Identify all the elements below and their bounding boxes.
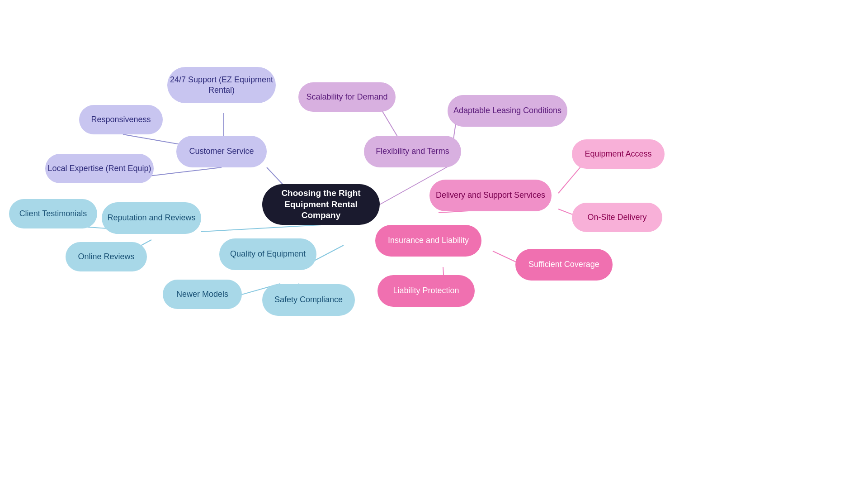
support247-node: 24/7 Support (EZ Equipment Rental) [167,67,276,103]
svg-line-1 [201,225,321,232]
reputation-reviews-node: Reputation and Reviews [102,202,201,234]
client-testimonials-label: Client Testimonials [18,207,89,221]
online-reviews-label: Online Reviews [76,250,136,264]
insurance-liability-node: Insurance and Liability [375,225,481,257]
adaptable-leasing-label: Adaptable Leasing Conditions [452,104,563,118]
responsiveness-label: Responsiveness [89,113,152,127]
local-expertise-node: Local Expertise (Rent Equip) [45,154,154,183]
newer-models-node: Newer Models [163,280,242,309]
sufficient-coverage-node: Sufficient Coverage [515,249,613,281]
center-node: Choosing the Right Equipment Rental Comp… [262,184,380,225]
scalability-demand-node: Scalability for Demand [298,82,396,112]
quality-equipment-label: Quality of Equipment [228,247,307,261]
flexibility-terms-label: Flexibility and Terms [374,144,451,158]
newer-models-label: Newer Models [175,287,230,301]
liability-protection-node: Liability Protection [377,275,475,307]
onsite-delivery-node: On-Site Delivery [572,203,662,232]
quality-equipment-node: Quality of Equipment [219,238,316,270]
sufficient-coverage-label: Sufficient Coverage [527,257,601,271]
equipment-access-label: Equipment Access [583,147,653,161]
equipment-access-node: Equipment Access [572,139,665,169]
center-label: Choosing the Right Equipment Rental Comp… [262,186,380,223]
flexibility-terms-node: Flexibility and Terms [364,136,461,167]
delivery-support-node: Delivery and Support Services [429,180,552,211]
safety-compliance-node: Safety Compliance [262,284,355,316]
local-expertise-label: Local Expertise (Rent Equip) [46,162,153,176]
online-reviews-node: Online Reviews [66,242,147,271]
safety-compliance-label: Safety Compliance [273,293,344,307]
client-testimonials-node: Client Testimonials [9,199,97,228]
delivery-support-label: Delivery and Support Services [434,188,547,202]
customer-service-node: Customer Service [176,136,267,167]
reputation-reviews-label: Reputation and Reviews [105,211,197,225]
customer-service-label: Customer Service [187,144,255,158]
adaptable-leasing-node: Adaptable Leasing Conditions [448,95,567,127]
support247-label: 24/7 Support (EZ Equipment Rental) [167,73,276,98]
responsiveness-node: Responsiveness [79,105,163,134]
insurance-liability-label: Insurance and Liability [386,233,471,247]
svg-line-15 [558,164,583,193]
scalability-demand-label: Scalability for Demand [304,90,389,104]
liability-protection-label: Liability Protection [391,284,461,298]
onsite-delivery-label: On-Site Delivery [585,210,648,224]
